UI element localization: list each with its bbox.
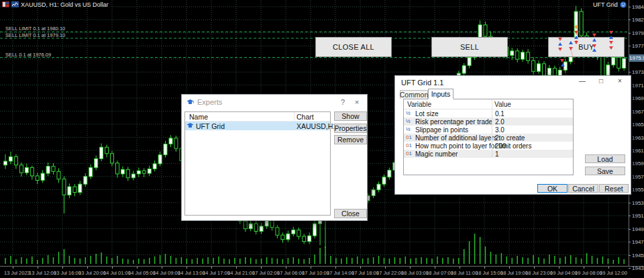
price-tick-label: 1957.40 (632, 174, 644, 180)
input-parameter-row: ½Lot size0.1 (404, 109, 573, 118)
time-tick-label: 18 Jul 19:00 (500, 270, 528, 276)
price-tick-mark (629, 242, 631, 242)
time-tick-label: 14 Jul 13:00 (178, 270, 205, 276)
trade-line-label: SELL 0.1 at 1976.09 (5, 52, 51, 58)
parameter-value[interactable]: 3.0 (492, 126, 573, 134)
time-tick-mark (87, 267, 88, 269)
time-tick-mark (311, 267, 311, 269)
chart-mode-icon[interactable] (2, 1, 9, 7)
time-tick-mark (608, 267, 609, 269)
remove-button[interactable]: Remove (334, 135, 367, 144)
maximize-icon[interactable]: □ (597, 77, 605, 85)
time-tick-label: 19 Jul 08:00 (575, 270, 602, 276)
time-tick-label: 17 Jul 02:00 (252, 270, 280, 276)
parameter-value[interactable]: 0.1 (492, 109, 573, 118)
show-button[interactable]: Show (334, 111, 367, 121)
expert-name: UFT Grid (196, 122, 225, 130)
column-chart: Chart (297, 113, 314, 121)
price-tick-mark (629, 19, 631, 20)
current-price-box: 1975.93 (629, 54, 644, 62)
chart-title: XAUUSD, H1: Gold vs US Dollar (21, 1, 109, 8)
time-tick-mark (435, 267, 435, 269)
parameter-name: Risk percentage per trade (415, 118, 492, 126)
column-name: Name (189, 113, 208, 121)
price-tick-label: 1977.90 (632, 43, 644, 49)
time-tick-mark (162, 267, 162, 269)
cancel-button[interactable]: Cancel (568, 184, 598, 193)
chart-type-icon[interactable] (11, 1, 19, 7)
integer-type-icon: 01 (406, 134, 414, 140)
experts-list-row[interactable]: UFT GridXAUUSD,H1 (185, 122, 330, 130)
value-column-divider (492, 99, 492, 109)
time-tick-label: 13 Jul 12:00 (29, 270, 56, 276)
buy-button[interactable]: BUY (548, 37, 625, 57)
price-tick-label: 1953.30 (632, 200, 644, 206)
time-axis: 13 Jul 202313 Jul 12:0013 Jul 16:0013 Ju… (0, 266, 644, 278)
time-tick-mark (484, 267, 485, 269)
uft-dialog-title: UFT Grid 1.1 (401, 79, 443, 87)
properties-button[interactable]: Properties (334, 124, 367, 133)
ea-badge: UFT Grid (593, 1, 627, 8)
time-tick-label: 18 Jul 03:00 (401, 270, 429, 276)
time-tick-label: 17 Jul 18:00 (352, 270, 379, 276)
price-tick-label: 1967.65 (632, 109, 644, 115)
price-tick-label: 1982.00 (632, 17, 644, 23)
expert-advisor-icon (186, 99, 194, 105)
time-tick-label: 14 Jul 21:00 (227, 270, 255, 276)
column-value: Value (494, 101, 511, 108)
parameter-name: Slippage in points (415, 126, 468, 134)
parameter-value[interactable]: 2 (492, 134, 573, 142)
time-tick-mark (211, 267, 212, 269)
close-all-button[interactable]: CLOSE ALL (315, 37, 392, 57)
ea-smiley-icon[interactable] (620, 1, 627, 8)
reset-button[interactable]: Reset (599, 184, 629, 193)
price-tick-label: 1947.15 (632, 239, 644, 245)
time-tick-label: 18 Jul 15:00 (476, 270, 503, 276)
time-tick-mark (286, 267, 286, 269)
experts-close-button[interactable]: Close (334, 209, 367, 218)
price-tick-mark (629, 7, 631, 7)
price-tick-mark (629, 203, 631, 203)
time-tick-label: 14 Jul 17:00 (203, 270, 230, 276)
expert-chart: XAUUSD,H1 (297, 122, 337, 130)
time-tick-mark (584, 267, 584, 269)
trade-line-label: SELL LIMIT 0.1 at 1980.10 (5, 26, 65, 32)
time-tick-mark (559, 267, 559, 269)
time-tick-mark (509, 267, 510, 269)
ok-button[interactable]: OK (537, 184, 568, 193)
price-tick-label: 1955.35 (632, 187, 644, 193)
tab-inputs[interactable]: Inputs (428, 89, 453, 99)
integer-type-icon: 01 (406, 142, 414, 148)
input-parameter-row: ½Risk percentage per trade2.0 (404, 118, 573, 126)
price-tick-label: 1965.60 (632, 122, 644, 128)
column-divider (294, 112, 294, 121)
chart-header: XAUUSD, H1: Gold vs US Dollar (2, 1, 109, 8)
time-tick-mark (62, 267, 63, 269)
time-tick-mark (112, 267, 113, 269)
time-tick-label: 14 Jul 09:00 (153, 270, 180, 276)
time-tick-mark (410, 267, 411, 269)
parameter-name: Magic number (415, 150, 458, 158)
time-tick-label: 13 Jul 16:00 (54, 270, 81, 276)
price-tick-label: 1959.45 (632, 160, 644, 167)
double-type-icon: ½ (406, 110, 414, 116)
time-tick-label: 13 Jul 2023 (4, 270, 30, 276)
parameter-value[interactable]: 2.0 (492, 118, 573, 126)
time-tick-mark (360, 267, 361, 269)
save-button[interactable]: Save (585, 167, 625, 175)
time-tick-label: 19 Jul 12:00 (600, 270, 627, 276)
help-button[interactable]: ? (337, 98, 348, 106)
integer-type-icon: 01 (406, 150, 414, 156)
uft-close-icon[interactable]: × (616, 77, 624, 85)
time-tick-label: 17 Jul 10:00 (302, 270, 329, 276)
tab-common[interactable]: Common (400, 90, 428, 99)
parameter-value[interactable]: 200 (492, 142, 573, 150)
experts-close-icon[interactable]: × (352, 98, 362, 106)
parameter-value[interactable]: 1 (492, 150, 573, 158)
experts-dialog-titlebar[interactable]: Experts ? × (182, 95, 367, 109)
minimize-icon[interactable]: — (578, 77, 586, 85)
time-tick-label: 17 Jul 22:00 (376, 270, 404, 276)
input-parameter-row: ½Slippage in points3.0 (404, 126, 573, 134)
load-button[interactable]: Load (585, 154, 625, 163)
sell-button[interactable]: SELL (431, 37, 508, 57)
